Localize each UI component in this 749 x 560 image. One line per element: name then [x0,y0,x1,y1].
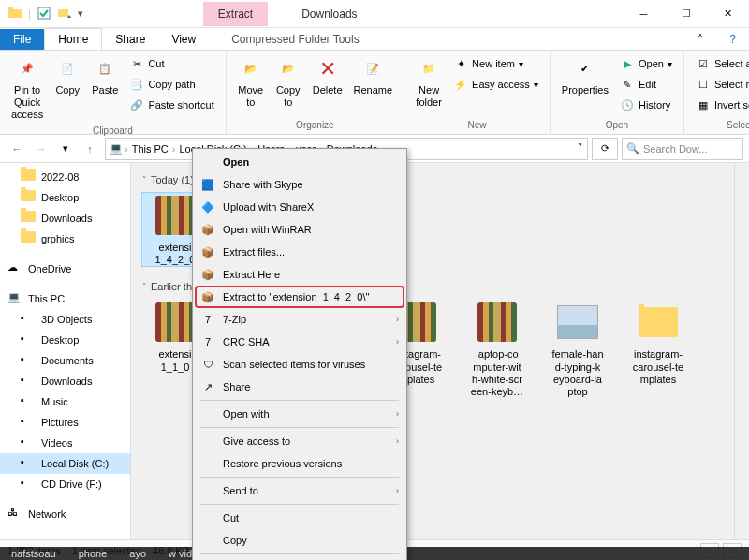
folder-icon [21,169,36,184]
new-folder-button[interactable]: 📁New folder [412,54,446,111]
back-button[interactable]: ← [6,138,28,160]
paste-shortcut-button[interactable]: 🔗Paste shortcut [125,96,217,114]
pc-icon: 💻 [110,142,123,155]
refresh-button[interactable]: ⟳ [592,138,618,160]
extract-contextual-tab[interactable]: Extract [203,2,268,26]
copy-path-button[interactable]: 📑Copy path [125,75,217,94]
svg-rect-3 [58,9,68,17]
context-menu-item[interactable]: Give access to› [195,430,404,452]
nav-item[interactable]: Downloads [0,208,130,228]
select-all-button[interactable]: ☑Select all [692,54,749,73]
context-menu-item[interactable]: 🟦Share with Skype [195,173,404,196]
maximize-button[interactable]: ☐ [665,0,707,28]
close-button[interactable]: ✕ [707,0,749,28]
easy-access-button[interactable]: ⚡Easy access ▾ [449,75,542,94]
network-icon: 🖧 [7,507,22,522]
context-menu-item[interactable]: 📦Extract to "extension_1_4_2_0\" [195,286,404,308]
cut-button[interactable]: ✂Cut [125,54,217,73]
drive-icon: ▪ [21,435,36,450]
invert-selection-button[interactable]: ▦Invert selection [692,96,749,114]
help-button[interactable]: ? [716,29,749,50]
file-item[interactable]: laptop-co mputer-wit h-white-scr een-key… [464,300,530,398]
context-menu-item[interactable]: Open with› [195,403,404,425]
checkbox-icon[interactable] [37,6,51,22]
copy-to-button[interactable]: 📂Copy to [272,54,305,111]
ribbon-collapse[interactable]: ˄ [684,29,716,50]
context-menu-item[interactable]: 📦Extract files... [195,241,404,263]
nav-item[interactable]: ▪CD Drive (F:) [0,474,130,494]
tab-share[interactable]: Share [102,29,158,50]
context-menu-item[interactable]: Send to› [195,479,404,502]
nav-item[interactable]: ▪Downloads [0,371,130,391]
context-menu-item[interactable]: 📦Extract Here [195,263,404,286]
context-menu-item[interactable]: Open [195,151,404,173]
forward-button[interactable]: → [30,138,52,160]
drive-icon: ▪ [21,374,36,389]
copy-button[interactable]: 📄Copy [51,54,84,98]
rename-button[interactable]: 📝Rename [350,54,397,98]
nav-item[interactable]: ▪Videos [0,433,130,453]
context-menu-item[interactable]: Cut [195,507,404,529]
nav-onedrive[interactable]: ☁OneDrive [0,258,130,279]
open-button[interactable]: ▶Open ▾ [616,54,676,73]
delete-button[interactable]: ✕Delete [309,54,346,98]
context-menu-separator [200,427,399,428]
file-thumb [153,193,198,238]
tab-view[interactable]: View [158,29,209,50]
context-menu-item[interactable]: 🔷Upload with ShareX [195,196,404,218]
context-menu-item[interactable]: 🛡Scan selected items for viruses [195,353,404,376]
context-menu-item[interactable]: 7CRC SHA› [195,331,404,353]
qat-overflow[interactable]: ▾ [78,7,83,20]
chevron-right-icon: › [396,409,399,419]
nav-item[interactable]: ▪Pictures [0,412,130,433]
chevron-right-icon: › [396,337,399,346]
search-input[interactable]: 🔍 Search Dow... [622,138,743,160]
context-menu-item[interactable]: 📦Open with WinRAR [195,218,404,241]
nav-item[interactable]: ▪Documents [0,350,130,371]
breadcrumb-seg[interactable]: This PC [130,143,170,155]
nav-item[interactable]: ▪Music [0,391,130,412]
folder-icon [21,231,36,246]
nav-item[interactable]: ▪Desktop [0,330,130,350]
history-button[interactable]: 🕓History [616,96,676,114]
pin-icon: 📌 [14,56,40,82]
scrollbar-vertical[interactable] [734,163,749,539]
folder-dropdown-icon[interactable] [57,6,72,22]
context-menu-item[interactable]: Create shortcut [195,556,404,560]
file-item[interactable]: instagram- carousel-te mplates [625,300,691,398]
onedrive-icon: ☁ [7,261,22,276]
nav-item[interactable]: Desktop [0,187,130,208]
folder-icon [21,211,36,226]
context-menu-item[interactable]: Copy [195,529,404,552]
context-menu-item[interactable]: Restore previous versions [195,452,404,475]
nav-network[interactable]: 🖧Network [0,504,130,524]
move-to-button[interactable]: 📂Move to [234,54,268,111]
tab-home[interactable]: Home [44,28,102,50]
new-item-button[interactable]: ✦New item ▾ [449,54,542,73]
nav-item[interactable]: ▪3D Objects [0,309,130,330]
context-menu[interactable]: Open🟦Share with Skype🔷Upload with ShareX… [192,148,407,560]
nav-item[interactable]: 2022-08 [0,167,130,187]
svg-rect-2 [38,7,50,19]
nav-thispc[interactable]: 💻This PC [0,288,130,309]
tab-compressed-tools[interactable]: Compressed Folder Tools [218,29,373,50]
context-menu-item[interactable]: 77-Zip› [195,308,404,331]
nav-item[interactable]: ▪Local Disk (C:) [0,453,130,474]
paste-button[interactable]: 📋Paste [88,54,122,98]
rar-icon: 📦 [200,244,215,259]
up-button[interactable]: ↑ [79,138,101,160]
context-menu-item[interactable]: ↗Share [195,376,404,398]
tab-file[interactable]: File [0,29,44,50]
file-thumb [153,300,198,345]
recent-dropdown[interactable]: ▾ [54,138,77,160]
group-label-organize: Organize [296,120,334,130]
navigation-pane[interactable]: 2022-08DesktopDownloadsgrphics ☁OneDrive… [0,163,131,539]
select-none-button[interactable]: ☐Select none [692,75,749,94]
nav-item[interactable]: grphics [0,228,130,249]
properties-button[interactable]: ✔Properties [558,54,612,98]
minimize-button[interactable]: ─ [623,0,665,28]
edit-button[interactable]: ✎Edit [616,75,676,94]
pin-quick-access-button[interactable]: 📌Pin to Quick access [7,54,47,124]
breadcrumb-dropdown[interactable]: ˅ [578,142,583,155]
file-item[interactable]: female-han d-typing-k eyboard-la ptop [545,300,610,398]
